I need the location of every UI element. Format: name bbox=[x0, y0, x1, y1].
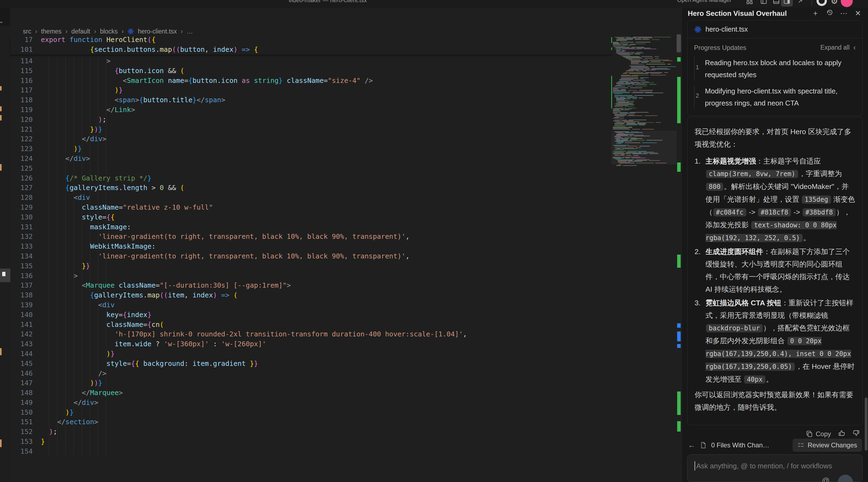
breadcrumb-item[interactable]: default bbox=[71, 28, 90, 35]
code-line[interactable]: 134 'linear-gradient(to right, transpare… bbox=[10, 251, 611, 261]
minimap-slider[interactable] bbox=[611, 131, 677, 164]
line-number[interactable]: 114 bbox=[10, 56, 33, 66]
line-number[interactable]: 136 bbox=[10, 271, 33, 281]
code-line[interactable]: 124 </div> bbox=[10, 154, 611, 164]
code-line[interactable]: 125 bbox=[10, 164, 611, 173]
thumbs-up-icon[interactable] bbox=[838, 429, 845, 438]
code-line[interactable]: 147 ))} bbox=[10, 378, 611, 388]
code-line[interactable]: 132 'linear-gradient(to right, transpare… bbox=[10, 232, 611, 242]
code-line[interactable]: 116 <SmartIcon name={button.icon as stri… bbox=[10, 76, 611, 86]
history-icon[interactable] bbox=[826, 9, 834, 18]
code-line[interactable]: 142 'h-[170px] shrink-0 rounded-2xl tran… bbox=[10, 329, 611, 339]
code-line[interactable]: 120 ); bbox=[10, 115, 611, 124]
line-number[interactable]: 124 bbox=[10, 154, 33, 164]
line-number[interactable]: 130 bbox=[10, 212, 33, 222]
context-file-row[interactable]: hero-client.tsx bbox=[687, 21, 862, 38]
line-number[interactable]: 129 bbox=[10, 203, 33, 212]
code-line[interactable]: 152 ); bbox=[10, 427, 611, 437]
code-line[interactable]: 150 )} bbox=[10, 407, 611, 417]
code-line[interactable]: 131 maskImage: bbox=[10, 222, 611, 232]
code-line[interactable]: 140 key={index} bbox=[10, 310, 611, 320]
code-line[interactable]: 153} bbox=[10, 437, 611, 447]
code-line[interactable]: 127 {galleryItems.length > 0 && ( bbox=[10, 183, 611, 193]
settings-gear-icon[interactable]: ⚙ bbox=[831, 0, 838, 6]
code-line[interactable]: 115 {button.icon && ( bbox=[10, 66, 611, 76]
line-number[interactable]: 140 bbox=[10, 310, 33, 320]
code-line[interactable]: 141 className={cn( bbox=[10, 320, 611, 330]
line-number[interactable]: 149 bbox=[10, 398, 33, 407]
code-line[interactable]: 135 }} bbox=[10, 261, 611, 271]
line-number[interactable]: 145 bbox=[10, 359, 33, 369]
code-line[interactable]: 117 )} bbox=[10, 85, 611, 95]
code-line[interactable]: 151 </section> bbox=[10, 417, 611, 427]
code-line[interactable]: 121 })} bbox=[10, 124, 611, 134]
code-line[interactable]: 123 )} bbox=[10, 144, 611, 154]
line-number[interactable]: 147 bbox=[10, 378, 33, 388]
line-number[interactable]: 153 bbox=[10, 437, 33, 447]
code-line[interactable]: 114 > bbox=[10, 56, 611, 66]
code-line[interactable]: 17export function HeroClient({ bbox=[10, 35, 611, 45]
line-number[interactable]: 151 bbox=[10, 417, 33, 427]
line-number[interactable]: 120 bbox=[10, 115, 33, 124]
line-number[interactable]: 125 bbox=[10, 164, 33, 173]
breadcrumb-item[interactable]: … bbox=[187, 28, 193, 35]
files-changed-count[interactable]: 0 Files With Chan… bbox=[711, 442, 769, 449]
line-number[interactable]: 118 bbox=[10, 95, 33, 105]
account-avatar[interactable] bbox=[841, 0, 853, 7]
line-number[interactable]: 121 bbox=[10, 124, 33, 134]
line-number[interactable]: 127 bbox=[10, 183, 33, 193]
line-number[interactable]: 139 bbox=[10, 300, 33, 310]
expand-all-button[interactable]: Expand all bbox=[820, 44, 849, 51]
toggle-panel-icon[interactable] bbox=[773, 0, 782, 7]
line-number[interactable]: 150 bbox=[10, 407, 33, 417]
code-area[interactable]: 114 >115 {button.icon && (116 <SmartIcon… bbox=[10, 56, 611, 456]
line-number[interactable]: 137 bbox=[10, 281, 33, 290]
line-number[interactable]: 131 bbox=[10, 222, 33, 232]
review-changes-button[interactable]: Review Changes bbox=[793, 438, 862, 452]
line-number[interactable]: 138 bbox=[10, 290, 33, 300]
code-line[interactable]: 148 </Marquee> bbox=[10, 388, 611, 398]
line-number[interactable]: 115 bbox=[10, 66, 33, 76]
code-line[interactable]: 144 )} bbox=[10, 349, 611, 359]
code-line[interactable]: 133 WebkitMaskImage: bbox=[10, 242, 611, 251]
line-number[interactable]: 116 bbox=[10, 76, 33, 86]
grid-layout-icon[interactable] bbox=[746, 0, 755, 7]
line-number[interactable]: 143 bbox=[10, 339, 33, 349]
code-line[interactable]: 101 {section.buttons.map((button, index)… bbox=[10, 45, 611, 55]
code-line[interactable]: 137 <Marquee className="[--duration:30s]… bbox=[10, 281, 611, 290]
breadcrumb-item[interactable]: blocks bbox=[100, 28, 118, 35]
code-line[interactable]: 130 style={{ bbox=[10, 212, 611, 222]
new-chat-icon[interactable]: + bbox=[811, 9, 819, 18]
breadcrumb-item[interactable]: themes bbox=[41, 28, 62, 35]
breadcrumb-item[interactable]: hero-client.tsx bbox=[138, 28, 177, 35]
progress-item[interactable]: 1Reading hero.tsx block and locales to a… bbox=[694, 57, 856, 81]
mention-icon[interactable]: @ bbox=[822, 476, 830, 482]
line-number[interactable]: 141 bbox=[10, 320, 33, 330]
breadcrumb-item[interactable]: src bbox=[23, 28, 31, 35]
line-number[interactable]: 132 bbox=[10, 232, 33, 242]
code-line[interactable]: 145 style={{ background: item.gradient }… bbox=[10, 359, 611, 369]
panel-more-icon[interactable]: ⋯ bbox=[840, 9, 848, 18]
back-arrow-icon[interactable]: ← bbox=[688, 441, 695, 450]
code-line[interactable]: 119 </Link> bbox=[10, 105, 611, 115]
code-line[interactable]: 126 {/* Gallery strip */} bbox=[10, 173, 611, 183]
code-line[interactable]: 146 /> bbox=[10, 369, 611, 378]
toggle-secondary-sidebar-icon[interactable] bbox=[783, 0, 793, 7]
line-number[interactable]: 123 bbox=[10, 144, 33, 154]
code-line[interactable]: 118 <span>{button.title}</span> bbox=[10, 95, 611, 105]
line-number[interactable]: 128 bbox=[10, 193, 33, 203]
progress-item[interactable]: 2Modifying hero-client.tsx with spectral… bbox=[694, 85, 856, 109]
thumbs-down-icon[interactable] bbox=[852, 429, 860, 438]
code-line[interactable]: 122 </div> bbox=[10, 134, 611, 144]
chat-input[interactable]: Ask anything, @ to mention, / for workfl… bbox=[687, 454, 863, 482]
code-line[interactable]: 128 <div bbox=[10, 193, 611, 203]
line-number[interactable]: 134 bbox=[10, 251, 33, 261]
line-number[interactable]: 101 bbox=[10, 45, 33, 55]
agent-manager-label[interactable]: Open Agent Manager bbox=[677, 0, 732, 3]
code-line[interactable]: 129 className="relative z-10 w-full" bbox=[10, 203, 611, 212]
code-line[interactable]: 138 {galleryItems.map((item, index) => ( bbox=[10, 290, 611, 300]
line-number[interactable]: 146 bbox=[10, 369, 33, 378]
line-number[interactable]: 148 bbox=[10, 388, 33, 398]
line-number[interactable]: 126 bbox=[10, 173, 33, 183]
customize-layout-icon[interactable] bbox=[797, 0, 806, 7]
